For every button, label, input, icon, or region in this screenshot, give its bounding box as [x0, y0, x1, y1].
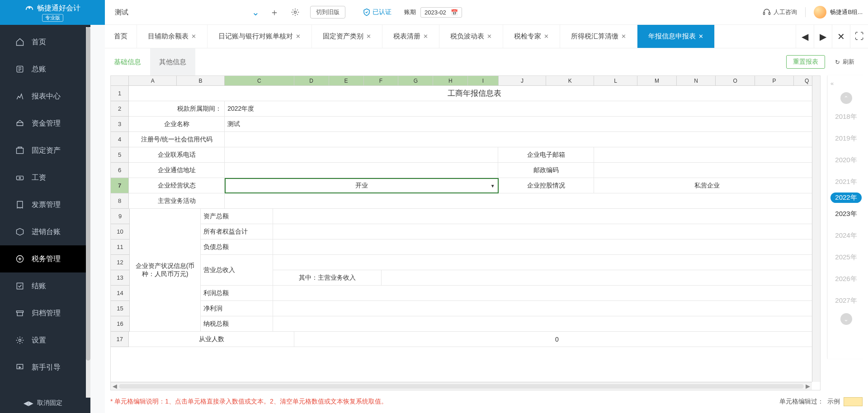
row-hdr[interactable]: 11	[111, 239, 130, 255]
row-hdr[interactable]: 13	[111, 270, 130, 286]
cell-label[interactable]: 企业名称	[129, 117, 225, 132]
year-item[interactable]: 2019年	[835, 127, 857, 149]
tab-item[interactable]: 目辅助余额表✕	[137, 25, 208, 48]
cell-value[interactable]	[225, 163, 498, 178]
col-E[interactable]: E	[329, 76, 364, 86]
row-hdr[interactable]: 16	[111, 316, 130, 332]
consult-link[interactable]: 人工咨询	[763, 8, 797, 16]
nav-funds[interactable]: 资金管理	[0, 110, 86, 137]
close-icon[interactable]: ✕	[621, 33, 626, 40]
nav-close[interactable]: 结账	[0, 272, 86, 300]
nav-archive[interactable]: 归档管理	[0, 300, 86, 327]
year-item[interactable]: 2024年	[835, 225, 857, 246]
row-hdr[interactable]: 1	[111, 86, 129, 101]
nav-guide[interactable]: 新手引导	[0, 354, 86, 381]
cell-label[interactable]: 其中：主营业务收入	[273, 270, 382, 286]
year-scroll-up[interactable]: ⌃	[840, 92, 852, 104]
row-hdr[interactable]: 5	[111, 147, 129, 163]
year-item[interactable]: 2018年	[835, 106, 857, 127]
reset-button[interactable]: 重置报表	[786, 55, 825, 69]
cell-selected-dropdown[interactable]: 开业▼	[225, 178, 498, 193]
tab-item-active[interactable]: 年报信息申报表✕	[637, 25, 715, 48]
col-M[interactable]: M	[637, 76, 677, 86]
row-hdr[interactable]: 12	[111, 255, 130, 270]
year-item[interactable]: 2020年	[835, 149, 857, 171]
col-L[interactable]: L	[594, 76, 637, 86]
col-F[interactable]: F	[364, 76, 399, 86]
col-O[interactable]: O	[716, 76, 755, 86]
close-icon[interactable]: ✕	[544, 33, 549, 40]
col-N[interactable]: N	[677, 76, 716, 86]
tab-item[interactable]: 税负波动表✕	[439, 25, 503, 48]
cell-value[interactable]	[273, 209, 820, 224]
cell-value[interactable]	[273, 316, 820, 332]
col-B[interactable]: B	[177, 76, 225, 86]
year-item[interactable]: 2023年	[835, 203, 857, 225]
cell-label[interactable]: 主营业务活动	[129, 193, 225, 209]
sidebar-scrollbar[interactable]	[86, 27, 90, 398]
row-hdr[interactable]: 3	[111, 117, 129, 132]
company-selector[interactable]: 测试 ⌄	[110, 4, 264, 21]
year-item[interactable]: 2027年	[835, 290, 857, 311]
row-hdr[interactable]: 17	[111, 332, 129, 347]
cell-label[interactable]: 企业通信地址	[129, 163, 225, 178]
nav-reports[interactable]: 报表中心	[0, 83, 86, 110]
row-hdr[interactable]: 2	[111, 101, 129, 117]
cell-label[interactable]: 注册号/统一社会信用代码	[129, 132, 225, 147]
tab-item[interactable]: 税检专家✕	[503, 25, 560, 48]
col-I[interactable]: I	[468, 76, 498, 86]
collapse-icon[interactable]: «	[830, 80, 834, 87]
nav-inventory[interactable]: 进销台账	[0, 218, 86, 245]
row-hdr[interactable]: 4	[111, 132, 129, 147]
sheet-h-scrollbar[interactable]: ◀▶	[111, 382, 812, 390]
nav-settings[interactable]: 设置	[0, 327, 86, 354]
cell-value[interactable]	[273, 286, 820, 301]
nav-ledger[interactable]: 总账	[0, 56, 86, 83]
year-item[interactable]: 2026年	[835, 268, 857, 290]
tab-item[interactable]: 税表清册✕	[382, 25, 439, 48]
col-K[interactable]: K	[546, 76, 594, 86]
tabs-expand[interactable]: ⛶	[850, 25, 868, 48]
year-item-current[interactable]: 2022年	[830, 192, 861, 203]
sheet-title[interactable]: 工商年报信息表	[129, 86, 820, 101]
cell-label[interactable]: 资产总额	[201, 209, 273, 224]
cell-label[interactable]: 税款所属期间：	[129, 101, 225, 117]
subtab-other[interactable]: 其他信息	[150, 48, 195, 75]
row-hdr[interactable]: 7	[111, 178, 129, 193]
sidebar-unpin[interactable]: ◀▶ 取消固定	[0, 393, 86, 413]
cell-value[interactable]: 0	[294, 332, 820, 347]
cell-label[interactable]: 负债总额	[201, 239, 273, 255]
cell-group-label[interactable]: 企业资产状况信息(币种：人民币万元)	[130, 209, 201, 332]
row-hdr[interactable]: 10	[111, 224, 130, 239]
cell-label[interactable]: 企业经营状态	[129, 178, 225, 193]
col-J[interactable]: J	[499, 76, 547, 86]
user-menu[interactable]: 畅捷通B组...	[814, 6, 863, 19]
settings-icon[interactable]	[290, 7, 300, 17]
cell-label[interactable]: 利润总额	[201, 286, 273, 301]
tabs-prev[interactable]: ◀	[796, 25, 814, 48]
close-icon[interactable]: ✕	[191, 33, 196, 40]
cell-label[interactable]: 从业人数	[129, 332, 294, 347]
cell-value[interactable]	[225, 193, 820, 209]
row-hdr[interactable]: 6	[111, 163, 129, 178]
cell-label[interactable]: 纳税总额	[201, 316, 273, 332]
nav-tax[interactable]: 税务管理	[0, 245, 86, 272]
close-icon[interactable]: ✕	[423, 33, 428, 40]
cell-value[interactable]: 私营企业	[594, 178, 820, 193]
close-icon[interactable]: ✕	[296, 33, 301, 40]
cell-value[interactable]	[273, 224, 820, 239]
close-icon[interactable]: ✕	[698, 33, 703, 40]
cell-value[interactable]	[382, 270, 820, 286]
col-A[interactable]: A	[129, 76, 177, 86]
cell-value[interactable]	[594, 163, 820, 178]
cell-value[interactable]	[273, 255, 820, 270]
cell-label[interactable]: 营业总收入	[201, 255, 273, 286]
switch-old-button[interactable]: 切到旧版	[310, 6, 345, 19]
add-button[interactable]: ＋	[269, 7, 279, 17]
subtab-basic[interactable]: 基础信息	[105, 48, 150, 75]
nav-invoice[interactable]: 发票管理	[0, 191, 86, 218]
tab-home[interactable]: 首页	[105, 25, 137, 48]
cell-value[interactable]: 测试	[225, 117, 820, 132]
row-hdr[interactable]: 8	[111, 193, 129, 209]
cell-value[interactable]	[594, 147, 820, 163]
